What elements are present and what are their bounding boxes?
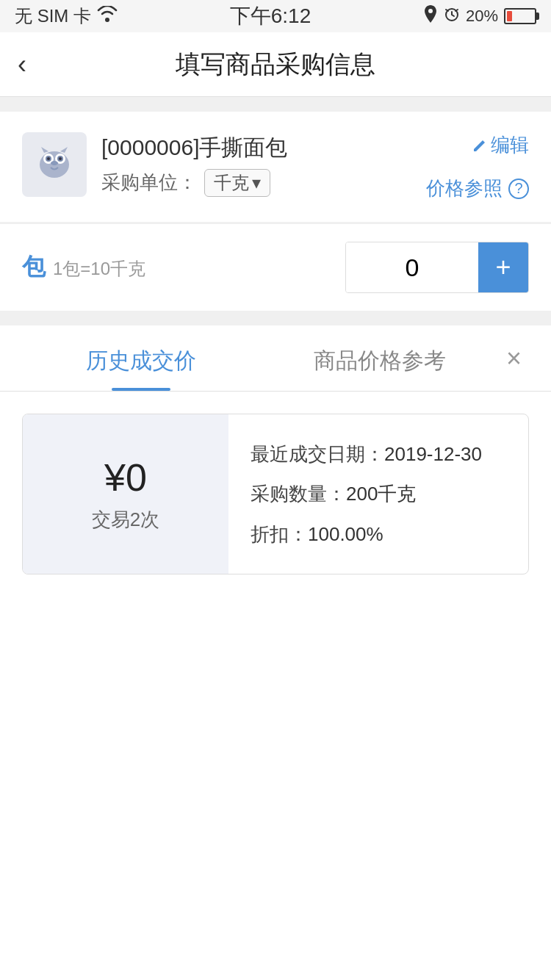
tab-bar: 历史成交价 商品价格参考 × xyxy=(0,325,551,392)
edit-label: 编辑 xyxy=(491,132,529,158)
status-bar: 无 SIM 卡 下午6:12 20% xyxy=(0,0,551,32)
svg-point-7 xyxy=(59,157,62,160)
unit-big: 包 xyxy=(22,251,46,284)
recent-date-label: 最近成交日期： xyxy=(251,443,384,465)
location-icon xyxy=(423,5,438,27)
product-name: [0000006]手撕面包 xyxy=(101,133,287,163)
recent-date-row: 最近成交日期：2019-12-30 xyxy=(251,441,506,467)
status-left: 无 SIM 卡 xyxy=(15,4,118,28)
product-left: [0000006]手撕面包 采购单位： 千克 ▾ xyxy=(22,132,287,197)
time-display: 下午6:12 xyxy=(230,2,311,30)
price-card-right: 最近成交日期：2019-12-30 采购数量：200千克 折扣：100.00% xyxy=(228,414,528,574)
quantity-controls: + xyxy=(345,242,529,293)
purchase-qty-label: 采购数量： xyxy=(251,483,346,505)
recent-date-value: 2019-12-30 xyxy=(384,443,482,465)
product-thumbnail xyxy=(22,132,87,197)
unit-equiv: 1包=10千克 xyxy=(53,257,145,281)
tab-history-price[interactable]: 历史成交价 xyxy=(22,325,260,391)
bottom-spacer xyxy=(0,597,551,980)
battery-icon xyxy=(504,8,536,24)
tab-product-price-ref[interactable]: 商品价格参考 xyxy=(260,325,498,391)
product-unit-row: 采购单位： 千克 ▾ xyxy=(101,169,287,197)
unit-selector[interactable]: 千克 ▾ xyxy=(204,169,270,197)
svg-point-6 xyxy=(47,157,50,160)
nav-bar: ‹ 填写商品采购信息 xyxy=(0,32,551,97)
quantity-row: 包 1包=10千克 + xyxy=(0,223,551,311)
unit-label: 采购单位： xyxy=(101,170,197,195)
product-header: [0000006]手撕面包 采购单位： 千克 ▾ 编辑 价格参照 ? xyxy=(22,132,529,201)
back-button[interactable]: ‹ xyxy=(18,49,26,80)
quantity-plus-button[interactable]: + xyxy=(478,242,528,292)
discount-row: 折扣：100.00% xyxy=(251,521,506,547)
svg-point-8 xyxy=(51,161,58,165)
price-reference-button[interactable]: 价格参照 ? xyxy=(426,176,529,201)
alarm-icon xyxy=(444,6,460,26)
price-trade-count: 交易2次 xyxy=(92,507,159,533)
purchase-qty-row: 采购数量：200千克 xyxy=(251,480,506,507)
wifi-icon xyxy=(97,6,118,26)
unit-value: 千克 xyxy=(214,171,249,195)
page-title: 填写商品采购信息 xyxy=(176,48,375,82)
currency-symbol: ¥ xyxy=(104,456,126,499)
tab-close-button[interactable]: × xyxy=(499,331,529,386)
discount-label: 折扣： xyxy=(251,523,308,545)
history-content: ¥0 交易2次 最近成交日期：2019-12-30 采购数量：200千克 折扣：… xyxy=(0,392,551,597)
discount-value: 100.00% xyxy=(308,523,383,545)
sim-text: 无 SIM 卡 xyxy=(15,4,91,28)
product-card: [0000006]手撕面包 采购单位： 千克 ▾ 编辑 价格参照 ? xyxy=(0,112,551,222)
tab-section: 历史成交价 商品价格参考 × ¥0 交易2次 最近成交日期：2019-12-30… xyxy=(0,325,551,597)
price-card-left: ¥0 交易2次 xyxy=(23,414,228,574)
product-logo-icon xyxy=(32,140,76,190)
purchase-qty-value: 200千克 xyxy=(346,483,416,505)
dropdown-icon: ▾ xyxy=(252,173,261,193)
price-amount: ¥0 xyxy=(104,455,147,500)
price-ref-label: 价格参照 xyxy=(426,176,503,201)
quantity-section: 包 1包=10千克 + xyxy=(0,223,551,311)
help-icon: ? xyxy=(508,179,529,199)
battery-percent: 20% xyxy=(466,7,498,26)
price-card: ¥0 交易2次 最近成交日期：2019-12-30 采购数量：200千克 折扣：… xyxy=(22,414,529,574)
quantity-label: 包 1包=10千克 xyxy=(22,251,345,284)
edit-button[interactable]: 编辑 xyxy=(472,132,529,158)
product-info: [0000006]手撕面包 采购单位： 千克 ▾ xyxy=(101,133,287,197)
price-value: 0 xyxy=(126,456,147,499)
quantity-input[interactable] xyxy=(346,242,478,292)
status-right: 20% xyxy=(423,5,536,27)
